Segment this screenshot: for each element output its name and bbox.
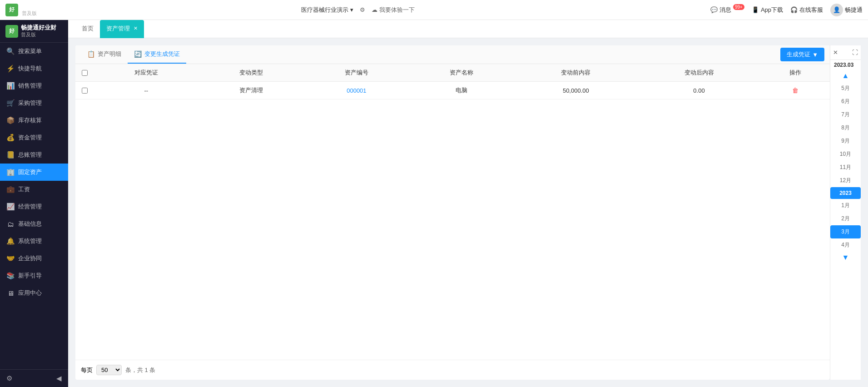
- app-download-button[interactable]: 📱 App下载: [752, 6, 783, 14]
- calendar-month-6[interactable]: 6月: [830, 95, 861, 108]
- col-checkbox: [75, 64, 94, 82]
- online-service-button[interactable]: 🎧 在线客服: [790, 6, 823, 14]
- app-download-label: App下载: [761, 6, 783, 14]
- top-header: 好 畅捷通好业财 普及版 医疗器械行业演示 ▾ ⚙ ☁ 我要体验一下 💬 消息 …: [0, 0, 868, 20]
- calendar-month-11[interactable]: 11月: [830, 161, 861, 174]
- sidebar-label-quick-nav: 快捷导航: [18, 64, 42, 73]
- sidebar-settings-button[interactable]: ⚙: [6, 374, 12, 382]
- calendar-month-3-current[interactable]: 3月: [830, 225, 861, 238]
- page-content: 📋 资产明细 🔄 变更生成凭证 生成凭证 ▼: [68, 38, 868, 387]
- sidebar-collapse-button[interactable]: ◀: [56, 374, 62, 382]
- cell-after-change: 0.00: [637, 82, 760, 99]
- sales-icon: 📊: [6, 82, 15, 90]
- message-button[interactable]: 💬 消息 99+: [710, 6, 744, 14]
- tab-change-voucher[interactable]: 🔄 变更生成凭证: [128, 45, 186, 64]
- calendar-month-7[interactable]: 7月: [830, 108, 861, 121]
- delete-button[interactable]: 🗑: [792, 87, 799, 94]
- row-checkbox-0[interactable]: [82, 88, 88, 94]
- sidebar-label-system: 系统管理: [18, 237, 42, 245]
- sidebar-label-app-center: 应用中心: [18, 289, 42, 297]
- header-logo-text: 畅捷通好业财 普及版: [22, 3, 57, 17]
- purchase-icon: 🛒: [6, 99, 15, 107]
- sidebar-label-enterprise: 企业协同: [18, 254, 42, 263]
- sidebar-scroll: 🔍 搜索菜单 ⚡ 快捷导航 📊 销售管理 🛒 采购管理 📦 库存核算 💰: [0, 43, 68, 369]
- calendar-month-2[interactable]: 2月: [830, 212, 861, 225]
- page-size-select[interactable]: 50 10 20 100: [96, 365, 122, 375]
- sidebar-item-search[interactable]: 🔍 搜索菜单: [0, 43, 68, 60]
- tab-home-label: 首页: [82, 25, 94, 33]
- sidebar-label-search: 搜索菜单: [18, 47, 42, 55]
- sidebar-item-app-center[interactable]: 🖥 应用中心: [0, 284, 68, 302]
- sidebar-item-quick-nav[interactable]: ⚡ 快捷导航: [0, 60, 68, 77]
- calendar-month-4[interactable]: 4月: [830, 238, 861, 252]
- sidebar-item-sales[interactable]: 📊 销售管理: [0, 77, 68, 94]
- calendar-scroll: ▲ 5月 6月 7月 8月 9月 10月 11月 12月 2023 1月 2月 …: [830, 70, 861, 380]
- generate-voucher-label: 生成凭证: [787, 50, 810, 59]
- calendar-year-header: 2023.03: [830, 60, 861, 70]
- sidebar-item-enterprise[interactable]: 🤝 企业协同: [0, 250, 68, 267]
- calendar-expand-button[interactable]: ⛶: [852, 49, 858, 56]
- content-area: 首页 资产管理 ✕ 📋 资产明细 🔄 变更生成凭证: [68, 20, 868, 387]
- calendar-nav-down[interactable]: ▼: [830, 252, 861, 263]
- calendar-nav-up[interactable]: ▲: [830, 70, 861, 82]
- calendar-month-1[interactable]: 1月: [830, 199, 861, 212]
- select-all-checkbox[interactable]: [82, 70, 88, 76]
- cell-voucher: --: [94, 82, 199, 99]
- col-change-type: 变动类型: [199, 64, 304, 82]
- sidebar-item-finance[interactable]: 💰 资金管理: [0, 129, 68, 146]
- industry-selector[interactable]: 医疗器械行业演示 ▾: [301, 6, 353, 14]
- asset-table: 对应凭证 变动类型 资产编号 资产名称 变动前内容 变动后内容 操作: [75, 64, 830, 99]
- calendar-close-button[interactable]: ✕: [833, 49, 838, 56]
- generate-voucher-button[interactable]: 生成凭证 ▼: [780, 48, 824, 61]
- sidebar-item-ledger[interactable]: 📒 总账管理: [0, 146, 68, 164]
- header-center: 医疗器械行业演示 ▾ ⚙ ☁ 我要体验一下: [301, 4, 415, 16]
- version-label: 普及版: [22, 10, 57, 17]
- sidebar-company-name: 畅捷通好业财: [21, 24, 56, 31]
- quick-nav-icon: ⚡: [6, 64, 15, 73]
- ledger-icon: 📒: [6, 151, 15, 159]
- sidebar-logo-info: 畅捷通好业财 普及版: [21, 24, 56, 38]
- experience-label: 我要体验一下: [379, 6, 415, 14]
- logo-icon: 好: [5, 4, 18, 16]
- tab-close-icon[interactable]: ✕: [134, 25, 138, 31]
- sidebar-version: 普及版: [21, 31, 56, 38]
- table-header-row: 对应凭证 变动类型 资产编号 资产名称 变动前内容 变动后内容 操作: [75, 64, 830, 82]
- change-voucher-icon: 🔄: [134, 50, 142, 58]
- basic-info-icon: 🗂: [6, 220, 15, 228]
- sidebar-logo-icon: 好: [5, 25, 18, 38]
- sidebar-label-sales: 销售管理: [18, 82, 42, 90]
- calendar-month-5[interactable]: 5月: [830, 82, 861, 95]
- user-button[interactable]: 👤 畅捷通: [830, 4, 863, 16]
- system-icon: 🔔: [6, 237, 15, 245]
- calendar-month-9[interactable]: 9月: [830, 134, 861, 148]
- cell-before-change: 50,000.00: [514, 82, 637, 99]
- tab-asset-detail[interactable]: 📋 资产明细: [81, 45, 128, 64]
- tab-asset-mgmt-label: 资产管理: [106, 25, 130, 33]
- sidebar-item-inventory[interactable]: 📦 库存核算: [0, 112, 68, 129]
- tab-asset-mgmt[interactable]: 资产管理 ✕: [100, 20, 144, 38]
- app-center-icon: 🖥: [6, 289, 15, 297]
- calendar-month-12[interactable]: 12月: [830, 174, 861, 187]
- sidebar-item-operations[interactable]: 📈 经营管理: [0, 198, 68, 215]
- tab-home[interactable]: 首页: [75, 20, 100, 38]
- payroll-icon: 💼: [6, 185, 15, 194]
- col-asset-name: 资产名称: [409, 64, 515, 82]
- sidebar-item-system[interactable]: 🔔 系统管理: [0, 233, 68, 250]
- sidebar-label-purchase: 采购管理: [18, 99, 42, 107]
- experience-button[interactable]: ☁ 我要体验一下: [372, 6, 415, 14]
- industry-label: 医疗器械行业演示: [301, 6, 348, 14]
- inner-tabs: 📋 资产明细 🔄 变更生成凭证 生成凭证 ▼: [75, 45, 830, 64]
- calendar-month-10[interactable]: 10月: [830, 148, 861, 161]
- sidebar-item-guide[interactable]: 📚 新手引导: [0, 267, 68, 284]
- settings-button[interactable]: ⚙: [356, 4, 369, 16]
- sidebar-item-payroll[interactable]: 💼 工资: [0, 181, 68, 198]
- cell-asset-name: 电脑: [409, 82, 515, 99]
- sidebar-item-fixed-assets[interactable]: 🏢 固定资产: [0, 164, 68, 181]
- fixed-assets-icon: 🏢: [6, 168, 15, 176]
- cloud-icon: ☁: [372, 6, 377, 13]
- sidebar-item-purchase[interactable]: 🛒 采购管理: [0, 94, 68, 112]
- sidebar-item-basic-info[interactable]: 🗂 基础信息: [0, 215, 68, 233]
- cell-asset-code: 000001: [304, 82, 409, 99]
- calendar-month-8[interactable]: 8月: [830, 121, 861, 134]
- online-service-label: 在线客服: [799, 6, 823, 14]
